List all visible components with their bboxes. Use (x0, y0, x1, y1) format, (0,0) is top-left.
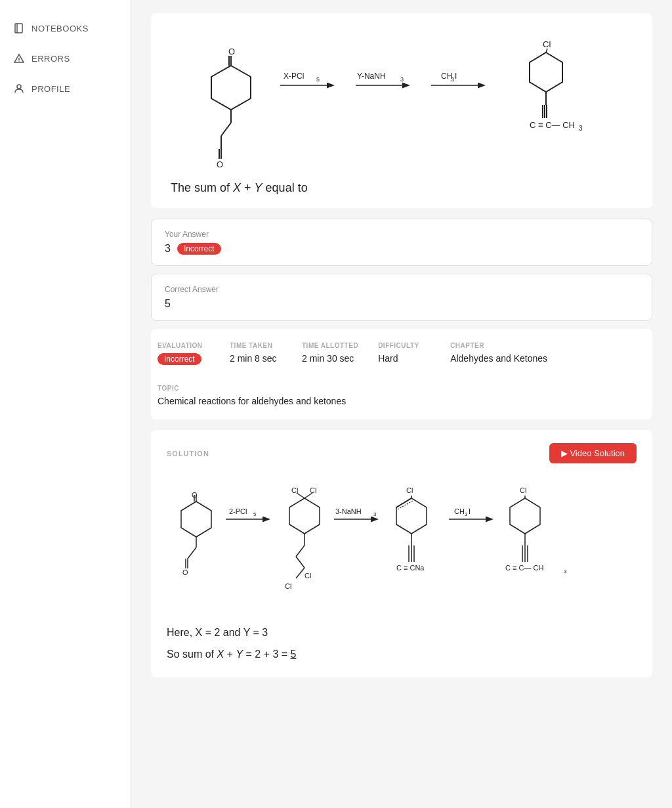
stat-topic: TOPIC Chemical reactions for aldehydes a… (158, 385, 346, 406)
time-allotted-value: 2 min 30 sec (302, 353, 358, 364)
svg-marker-50 (289, 498, 320, 534)
svg-marker-37 (181, 501, 211, 537)
svg-text:3: 3 (564, 568, 567, 574)
svg-text:3: 3 (451, 76, 454, 83)
time-taken-value: 2 min 8 sec (230, 353, 282, 364)
difficulty-value: Hard (378, 353, 430, 364)
svg-text:Cl: Cl (285, 582, 291, 590)
svg-line-51 (297, 493, 304, 498)
main-content: O O X-PCl 5 (131, 0, 672, 808)
sidebar-item-notebooks[interactable]: NOTEBOOKS (0, 13, 131, 43)
incorrect-badge: Incorrect (177, 243, 221, 255)
sidebar-label-notebooks: NOTEBOOKS (32, 24, 89, 33)
notebook-icon (13, 22, 25, 34)
time-taken-label: TIME TAKEN (230, 342, 282, 349)
svg-text:Cl: Cl (520, 486, 526, 494)
svg-text:O: O (217, 159, 223, 169)
svg-text:Cl: Cl (304, 572, 311, 580)
svg-marker-27 (530, 53, 562, 92)
top-reaction-svg: O O X-PCl 5 (178, 26, 625, 171)
svg-text:C ≡ C— CH: C ≡ C— CH (505, 564, 543, 572)
evaluation-label: EVALUATION (158, 342, 210, 349)
topic-label: TOPIC (158, 385, 346, 392)
reaction-diagram: O O X-PCl 5 (151, 13, 652, 208)
your-answer-number: 3 (165, 243, 171, 255)
svg-text:Cl: Cl (310, 486, 316, 494)
correct-answer-number: 5 (165, 298, 171, 310)
svg-text:C ≡ C— CH: C ≡ C— CH (530, 120, 575, 130)
time-allotted-label: TIME ALLOTTED (302, 342, 358, 349)
svg-text:I: I (469, 507, 471, 515)
solution-section: SOLUTION ▶ Video Solution O (151, 430, 652, 677)
svg-text:X-PCl: X-PCl (284, 72, 304, 81)
sidebar-item-profile[interactable]: PROFILE (0, 74, 131, 104)
your-answer-label: Your Answer (165, 230, 639, 239)
stats-row: EVALUATION Incorrect TIME TAKEN 2 min 8 … (151, 329, 652, 419)
stat-chapter: CHAPTER Aldehydes and Ketones (450, 342, 547, 365)
difficulty-label: DIFFICULTY (378, 342, 430, 349)
svg-line-54 (296, 545, 304, 557)
svg-text:3-NaNH: 3-NaNH (335, 507, 362, 515)
svg-text:3: 3 (579, 125, 583, 132)
svg-text:CH: CH (454, 507, 465, 515)
svg-marker-77 (510, 498, 540, 534)
svg-text:Cl: Cl (543, 39, 551, 49)
warning-icon (13, 53, 25, 64)
stat-time-taken: TIME TAKEN 2 min 8 sec (230, 342, 282, 365)
svg-text:3: 3 (465, 511, 468, 517)
svg-rect-0 (15, 24, 22, 33)
solution-line2: So sum of X + Y = 2 + 3 = 5 (167, 645, 637, 664)
stat-time-allotted: TIME ALLOTTED 2 min 30 sec (302, 342, 358, 365)
evaluation-value: Incorrect (158, 353, 201, 365)
sidebar-label-profile: PROFILE (32, 84, 70, 94)
topic-value: Chemical reactions for aldehydes and ket… (158, 396, 346, 406)
svg-line-57 (296, 568, 304, 578)
svg-text:O: O (228, 47, 235, 56)
your-answer-box: Your Answer 3 Incorrect (151, 219, 652, 266)
svg-line-41 (188, 547, 196, 559)
svg-line-52 (304, 493, 312, 498)
your-answer-value: 3 Incorrect (165, 243, 639, 255)
video-solution-button[interactable]: ▶ Video Solution (549, 443, 637, 463)
stat-difficulty: DIFFICULTY Hard (378, 342, 430, 365)
svg-text:2-PCl: 2-PCl (229, 507, 247, 515)
sidebar: NOTEBOOKS ERRORS PROFILE (0, 0, 131, 808)
profile-icon (13, 83, 25, 95)
solution-line1: Here, X = 2 and Y = 3 (167, 624, 637, 643)
solution-reaction-svg: O O 2-PCl 5 Cl (167, 477, 639, 608)
solution-label: SOLUTION (167, 450, 209, 457)
solution-text: Here, X = 2 and Y = 3 So sum of X + Y = … (167, 624, 637, 664)
svg-text:I: I (455, 72, 457, 81)
svg-point-5 (17, 85, 21, 89)
svg-marker-6 (211, 66, 251, 110)
sidebar-label-errors: ERRORS (32, 54, 70, 64)
solution-header: SOLUTION ▶ Video Solution (167, 443, 637, 463)
svg-text:O: O (182, 568, 188, 576)
question-text: The sum of X + Y equal to (171, 181, 633, 195)
svg-text:3: 3 (400, 76, 404, 83)
svg-point-4 (18, 60, 20, 62)
correct-answer-box: Correct Answer 5 (151, 274, 652, 321)
sidebar-item-errors[interactable]: ERRORS (0, 43, 131, 74)
correct-answer-label: Correct Answer (165, 285, 639, 294)
svg-text:Y-NaNH: Y-NaNH (357, 72, 386, 81)
reaction-svg-top: O O X-PCl 5 (171, 26, 633, 171)
svg-line-55 (296, 557, 304, 568)
stat-evaluation: EVALUATION Incorrect (158, 342, 210, 365)
solution-diagram: O O 2-PCl 5 Cl (167, 477, 637, 610)
svg-marker-63 (396, 498, 427, 534)
svg-text:5: 5 (316, 76, 320, 83)
correct-answer-value: 5 (165, 298, 639, 310)
svg-text:C ≡ CNa: C ≡ CNa (396, 564, 425, 572)
svg-line-11 (221, 123, 231, 136)
chapter-label: CHAPTER (450, 342, 547, 349)
chapter-value: Aldehydes and Ketones (450, 353, 547, 364)
svg-text:3: 3 (373, 511, 377, 517)
svg-text:5: 5 (253, 511, 257, 517)
svg-text:Cl: Cl (406, 486, 413, 494)
